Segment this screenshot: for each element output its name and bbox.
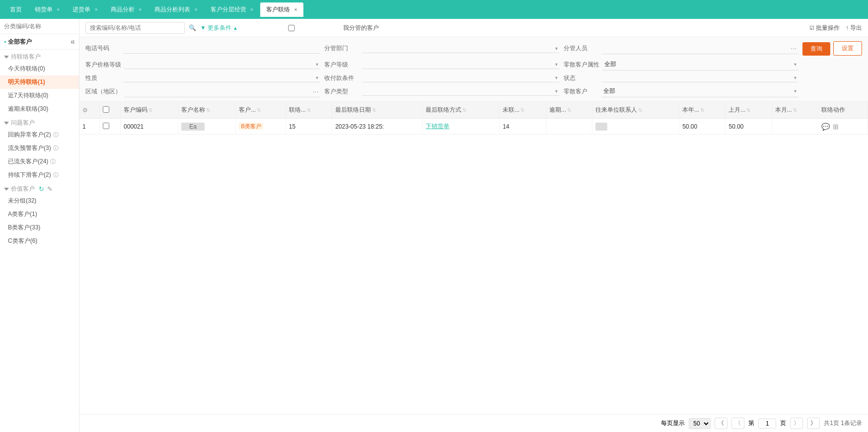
close-icon[interactable]: × bbox=[194, 6, 197, 12]
cell-unit-contact bbox=[592, 119, 679, 135]
close-icon[interactable]: × bbox=[139, 6, 142, 12]
query-button[interactable]: 查询 bbox=[802, 42, 830, 56]
close-icon[interactable]: × bbox=[294, 6, 297, 12]
prev-page-button[interactable]: 〈 bbox=[731, 418, 744, 429]
sidebar-item-tomorrow[interactable]: 明天待联络(1) bbox=[0, 75, 79, 89]
nature-select[interactable]: ▾ bbox=[123, 73, 320, 82]
retail-select[interactable]: 全部 ▾ bbox=[601, 85, 798, 97]
col-this-month[interactable]: 本月...⇅ bbox=[772, 102, 818, 119]
data-table-container: ⚙ 客户编码⇅ 客户名称⇅ 客户...⇅ 联络...⇅ bbox=[79, 102, 868, 414]
nav-purchase[interactable]: 进货单 × bbox=[67, 2, 103, 17]
cell-contact-count: 15 bbox=[286, 119, 332, 135]
col-last-date[interactable]: 最后联络日期⇅ bbox=[332, 102, 423, 119]
col-action: 联络动作 bbox=[818, 102, 868, 119]
sidebar-item-a-customers[interactable]: A类客户(1) bbox=[0, 208, 79, 221]
sidebar-item-ungrouped[interactable]: 未分组(32) bbox=[0, 194, 79, 208]
col-code[interactable]: 客户编码⇅ bbox=[121, 102, 178, 119]
close-icon[interactable]: × bbox=[57, 6, 60, 12]
price-grade-select[interactable]: ▾ bbox=[124, 60, 320, 69]
cell-overdue bbox=[546, 119, 592, 135]
filter-row-3: 性质 ▾ 收付款条件 ▾ 状态 ▾ bbox=[85, 73, 862, 82]
close-icon[interactable]: × bbox=[94, 6, 97, 12]
batch-ops-button[interactable]: ☑ 批量操作 bbox=[809, 24, 840, 32]
sidebar-item-churn-warning[interactable]: 流失预警客户(3) ⓘ bbox=[0, 142, 79, 155]
col-uncontacted[interactable]: 未联...⇅ bbox=[500, 102, 546, 119]
row-checkbox[interactable] bbox=[103, 123, 109, 129]
filter-row-4: 区域（地区） ··· 客户类型 ▾ 零散客户 全部 ▾ bbox=[85, 85, 862, 97]
cell-last-method[interactable]: 下销货单 bbox=[422, 119, 499, 135]
cell-type: B类客户 bbox=[236, 119, 286, 135]
select-all-checkbox[interactable] bbox=[103, 106, 109, 113]
setting-button[interactable]: 设置 bbox=[833, 41, 862, 56]
last-page-button[interactable]: 》 bbox=[807, 418, 820, 429]
cell-checkbox[interactable] bbox=[99, 119, 121, 135]
close-icon[interactable]: × bbox=[250, 6, 253, 12]
page-number-input[interactable] bbox=[758, 419, 776, 429]
sidebar-item-repurchase-abnormal[interactable]: 回购异常客户(2) ⓘ bbox=[0, 128, 79, 142]
col-contact-count[interactable]: 联络...⇅ bbox=[286, 102, 332, 119]
col-unit-contact[interactable]: 往来单位联系人⇅ bbox=[592, 102, 679, 119]
col-type[interactable]: 客户...⇅ bbox=[236, 102, 286, 119]
nav-customer-tier[interactable]: 客户分层经营 × bbox=[205, 2, 259, 17]
person-select[interactable]: ··· bbox=[601, 43, 798, 54]
sidebar-search-input[interactable] bbox=[4, 23, 78, 30]
col-this-year[interactable]: 本年...⇅ bbox=[679, 102, 725, 119]
col-checkbox[interactable] bbox=[99, 102, 121, 119]
main-layout: 🔍 ▪ 全部客户 « 待联络客户 今天待联络(0) 明天待联络(1) 近7天待联… bbox=[0, 19, 868, 432]
payment-select[interactable]: ▾ bbox=[362, 73, 559, 82]
filter-customer-grade: 客户等级 ▾ bbox=[324, 60, 559, 69]
cell-this-month bbox=[772, 119, 818, 135]
expand-icon[interactable] bbox=[4, 188, 9, 191]
expand-icon[interactable] bbox=[4, 122, 9, 125]
export-button[interactable]: ↑ 导出 bbox=[846, 24, 862, 32]
my-customers-checkbox-label[interactable]: 我分管的客户 bbox=[242, 24, 379, 32]
retail-attr-select[interactable]: 全部 ▾ bbox=[602, 59, 798, 71]
col-name[interactable]: 客户名称⇅ bbox=[178, 102, 236, 119]
sidebar-item-c-customers[interactable]: C类客户(6) bbox=[0, 234, 79, 248]
sidebar: 🔍 ▪ 全部客户 « 待联络客户 今天待联络(0) 明天待联络(1) 近7天待联… bbox=[0, 19, 79, 432]
more-action-icon[interactable]: ⊞ bbox=[833, 123, 839, 131]
col-overdue[interactable]: 逾期...⇅ bbox=[546, 102, 592, 119]
collapse-icon[interactable]: « bbox=[71, 37, 75, 46]
nav-customer-contact[interactable]: 客户联络 × bbox=[260, 2, 303, 17]
area-select[interactable]: ··· bbox=[124, 86, 320, 97]
sidebar-item-b-customers[interactable]: B类客户(33) bbox=[0, 221, 79, 234]
all-customers-header[interactable]: ▪ 全部客户 « bbox=[0, 34, 79, 50]
pagination: 每页显示 50 《 〈 第 页 〉 》 共1页 1条记录 bbox=[79, 414, 868, 432]
filter-area: 区域（地区） ··· bbox=[85, 86, 320, 97]
search-input[interactable] bbox=[85, 22, 185, 34]
search-button[interactable]: 🔍 bbox=[189, 24, 196, 31]
cell-last-date: 2023-05-23 18:25: bbox=[332, 119, 423, 135]
col-last-method[interactable]: 最后联络方式⇅ bbox=[422, 102, 499, 119]
nav-sales[interactable]: 销货单 × bbox=[29, 2, 66, 17]
my-customers-checkbox[interactable] bbox=[242, 25, 341, 31]
sidebar-item-week[interactable]: 近7天待联络(0) bbox=[0, 89, 79, 102]
content-area: 🔍 ▼ 更多条件 ▲ 我分管的客户 ☑ 批量操作 ↑ 导出 bbox=[79, 19, 868, 432]
sidebar-item-overdue[interactable]: 逾期未联络(30) bbox=[0, 102, 79, 116]
sidebar-item-today[interactable]: 今天待联络(0) bbox=[0, 62, 79, 75]
sidebar-item-churned[interactable]: 已流失客户(24) ⓘ bbox=[0, 155, 79, 168]
customer-grade-select[interactable]: ▾ bbox=[362, 60, 559, 69]
more-conditions-button[interactable]: ▼ 更多条件 ▲ bbox=[200, 24, 238, 32]
next-page-button[interactable]: 〉 bbox=[790, 418, 803, 429]
filter-row-2: 客户价格等级 ▾ 客户等级 ▾ 零散客户属性 全部 ▾ bbox=[85, 59, 862, 71]
cell-action[interactable]: 💬 ⊞ bbox=[818, 119, 868, 135]
data-table: ⚙ 客户编码⇅ 客户名称⇅ 客户...⇅ 联络...⇅ bbox=[79, 102, 868, 135]
sidebar-item-declining[interactable]: 持续下滑客户(2) ⓘ bbox=[0, 168, 79, 182]
col-gear[interactable]: ⚙ bbox=[79, 102, 99, 119]
nav-home[interactable]: 首页 bbox=[4, 2, 28, 17]
dept-select[interactable]: ▾ bbox=[362, 44, 559, 53]
customer-type-select[interactable]: ▾ bbox=[362, 87, 559, 96]
sidebar-search-area: 🔍 bbox=[0, 19, 79, 34]
col-last-month[interactable]: 上月...⇅ bbox=[725, 102, 772, 119]
expand-icon[interactable] bbox=[4, 56, 9, 59]
first-page-button[interactable]: 《 bbox=[715, 418, 727, 429]
status-select[interactable]: ▾ bbox=[601, 73, 798, 82]
contact-action-icon[interactable]: 💬 bbox=[821, 123, 830, 131]
phone-input[interactable] bbox=[123, 44, 320, 54]
nav-product-analysis-list[interactable]: 商品分析列表 × bbox=[148, 2, 203, 17]
nav-product-analysis[interactable]: 商品分析 × bbox=[105, 2, 147, 17]
filter-payment: 收付款条件 ▾ bbox=[324, 73, 559, 82]
page-size-select[interactable]: 50 bbox=[689, 418, 711, 429]
cell-last-month: 50.00 bbox=[725, 119, 772, 135]
